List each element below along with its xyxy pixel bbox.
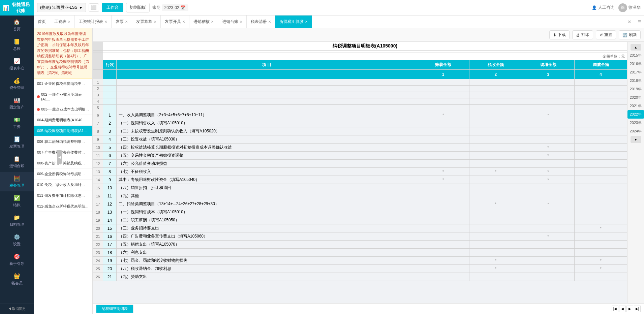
tab-label-1: 工资表 <box>54 19 66 25</box>
download-icon: ⬇ <box>553 33 556 37</box>
tab-7[interactable]: 进销台账✕ <box>218 15 247 28</box>
sidebar-item-ledger[interactable]: 📒总账 <box>0 35 34 55</box>
sidebar-item-member[interactable]: 👑畅会员 <box>0 270 34 289</box>
left-panel-item-3[interactable]: 004-期间费用明细表(A1040... <box>34 115 92 126</box>
tab-close-6[interactable]: ✕ <box>211 20 214 24</box>
left-panel-item-7[interactable]: 008-资产折旧、摊销及纳税... <box>34 158 92 169</box>
scroll-right-end-button[interactable]: ▶| <box>634 306 641 312</box>
year-button-2020[interactable]: 2020年 <box>627 93 644 102</box>
year-button-2016[interactable]: 2016年 <box>627 60 644 68</box>
table-row-2: 2 <box>93 86 627 92</box>
year-button-2017[interactable]: 2017年 <box>627 68 644 76</box>
tab-settings-button[interactable]: ☰ <box>635 20 644 24</box>
left-panel-item-6[interactable]: 007-广告费和业务宣传费时... <box>34 147 92 158</box>
tab-8[interactable]: 税表清册✕ <box>247 15 275 28</box>
table-row-16: 1611（九）其他 <box>93 192 627 200</box>
sidebar-item-invoice[interactable]: 🧾发票管理 <box>0 133 34 152</box>
sidebar-item-funds[interactable]: 💰资金管理 <box>0 74 34 94</box>
left-panel-item-4[interactable]: 005-纳税调整项目明细表(A1... <box>34 126 92 136</box>
old-version-button[interactable]: 切到旧版 <box>126 3 150 12</box>
bottom-tabs: 纳税调整明细表 <box>96 305 133 313</box>
tab-0[interactable]: 首页 <box>34 15 50 28</box>
tab-close-5[interactable]: ✕ <box>182 20 185 24</box>
left-panel-item-8[interactable]: 009-企业所得税弥补亏损明... <box>34 169 92 180</box>
left-panel-item-2[interactable]: 003-一般企业成本支出明细... <box>34 104 92 115</box>
company-dropdown-icon: ▼ <box>79 5 83 10</box>
sidebar-label-tax: 税务管理 <box>9 183 24 188</box>
sidebar-item-settings[interactable]: ⚙️设置 <box>0 230 34 250</box>
print-button[interactable]: 🖨 打印 <box>572 30 593 39</box>
period-value: 2023-02 <box>164 5 179 10</box>
table-area: 纳税调整项目明细表(A105000)金额单位：元行次项 目账载全额税收全额调增全… <box>93 42 644 303</box>
sidebar-item-reports[interactable]: 📈报表中心 <box>0 55 34 74</box>
tab-5[interactable]: 发票开具✕ <box>161 15 189 28</box>
year-scroll-down-button[interactable]: ▼ <box>631 136 641 143</box>
left-panel-item-10[interactable]: 011-研发费用加计扣除优惠... <box>34 190 92 201</box>
tab-close-2[interactable]: ✕ <box>104 20 107 24</box>
reset-button[interactable]: ↺ 重置 <box>596 30 616 39</box>
tab-close-3[interactable]: ✕ <box>125 20 128 24</box>
refresh-button[interactable]: 🔄 刷新 <box>619 30 641 39</box>
tab-9[interactable]: 所得税汇算缴✕ <box>275 15 312 28</box>
sidebar-item-assets[interactable]: 🏭固定资产 <box>0 94 34 113</box>
table-row-8: 83（二）未按权责发生制原则确认的收入（填写A105020） <box>93 127 627 135</box>
table-row-5: 5 <box>93 105 627 111</box>
tab-close-9[interactable]: ✕ <box>305 20 308 24</box>
scroll-right-button[interactable]: ▶ <box>626 306 633 312</box>
year-button-2022[interactable]: 2022年 <box>627 110 644 119</box>
year-button-2015[interactable]: 2015年 <box>627 51 644 60</box>
tab-4[interactable]: 发票算算✕ <box>132 15 161 28</box>
tab-close-4[interactable]: ✕ <box>154 20 156 24</box>
workbench-button[interactable]: 工作台 <box>102 3 123 12</box>
year-button-2024[interactable]: 2024年 <box>627 127 644 135</box>
left-panel-item-0[interactable]: 001-企业所得税年度纳税申... <box>34 78 92 89</box>
col-header-账载全额: 账载全额 <box>417 60 469 70</box>
panel-collapse-button[interactable]: ◀ <box>57 150 62 164</box>
sidebar-label-salary: 工资 <box>13 124 21 129</box>
table-row-18: 1813（一）视同销售成本（填写A105010） <box>93 208 627 216</box>
download-button[interactable]: ⬇ 下载 <box>549 30 570 39</box>
scroll-left-start-button[interactable]: |◀ <box>612 306 618 312</box>
account-period[interactable]: 2023-02 📅 <box>162 4 188 11</box>
tab-2[interactable]: 工资统计报表✕ <box>75 15 112 28</box>
sidebar-item-tax[interactable]: 🧮税务管理 <box>0 172 34 191</box>
left-panel-item-5[interactable]: 006-职工薪酬纳税调整明细... <box>34 136 92 147</box>
sidebar-item-archive[interactable]: 📁归档管理 <box>0 211 34 230</box>
company-copy-button[interactable]: ⬜ <box>89 3 99 12</box>
spreadsheet-container[interactable]: 纳税调整项目明细表(A105000)金额单位：元行次项 目账载全额税收全额调增全… <box>93 42 627 303</box>
sidebar-label-close: 结账 <box>13 202 21 208</box>
home-icon: 🏠 <box>13 19 20 25</box>
ledger-icon: 📒 <box>13 38 20 45</box>
tab-close-1[interactable]: ✕ <box>68 20 70 24</box>
tab-close-8[interactable]: ✕ <box>268 20 271 24</box>
left-panel-item-9[interactable]: 010-免税、减计收入及加计... <box>34 180 92 190</box>
bottom-tab-active[interactable]: 纳税调整明细表 <box>96 305 133 313</box>
table-row-14: 149 其中：专项用途财政性资金（填写A105040）** <box>93 176 627 184</box>
year-button-2021[interactable]: 2021年 <box>627 102 644 110</box>
tab-3[interactable]: 发票✕ <box>112 15 132 28</box>
table-row-24: 2419（七）罚金、罚款和被没收财物的损失** <box>93 257 627 265</box>
close-all-tabs-button[interactable]: ✕ <box>624 19 635 25</box>
sidebar-item-guide[interactable]: 🎯新手引导 <box>0 250 34 270</box>
scroll-left-button[interactable]: ◀ <box>619 306 626 312</box>
user-info[interactable]: 徐 徐泽华 <box>618 3 641 12</box>
year-button-2023[interactable]: 2023年 <box>627 119 644 127</box>
main-content: (物副) 江西股业-LSS ▼ ⬜ 工作台 切到旧版 账期 2023-02 📅 … <box>34 0 644 314</box>
tab-6[interactable]: 进销稽核✕ <box>189 15 218 28</box>
year-button-2019[interactable]: 2019年 <box>627 85 644 93</box>
sidebar-item-salary[interactable]: 💵工资 <box>0 113 34 133</box>
funds-icon: 💰 <box>13 77 20 84</box>
sidebar-item-purchase[interactable]: 📋进销台账 <box>0 152 34 172</box>
sidebar-item-home[interactable]: 🏠首页 <box>0 15 34 35</box>
left-panel-item-1[interactable]: 002-一般企业收入明细表(A1... <box>34 89 92 104</box>
year-button-2018[interactable]: 2018年 <box>627 76 644 85</box>
company-selector[interactable]: (物副) 江西股业-LSS ▼ <box>37 3 86 12</box>
left-panel-item-11[interactable]: 012-减免企业所得税优惠明细... <box>34 201 92 212</box>
tab-close-7[interactable]: ✕ <box>240 20 242 24</box>
tab-1[interactable]: 工资表✕ <box>50 15 75 28</box>
sidebar-pin-toggle[interactable]: ◀ 取消固定 <box>0 304 34 314</box>
year-scroll-up-button[interactable]: ▲ <box>631 44 641 51</box>
customer-service-button[interactable]: 👤 人工咨询 <box>592 5 614 10</box>
sidebar-item-close[interactable]: ✅结账 <box>0 191 34 211</box>
tabbar: 首页工资表✕工资统计报表✕发票✕发票算算✕发票开具✕进销稽核✕进销台账✕税表清册… <box>34 15 644 28</box>
